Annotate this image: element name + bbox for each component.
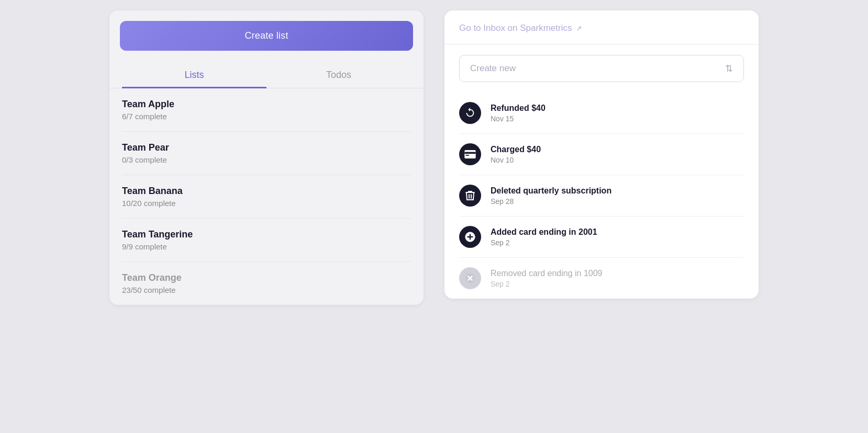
svg-rect-1 xyxy=(464,152,475,154)
activity-date: Sep 2 xyxy=(491,280,744,288)
create-list-button[interactable]: Create list xyxy=(120,21,413,51)
list-item-name: Team Apple xyxy=(122,99,411,110)
activity-item-remove-card: Removed card ending in 1009 Sep 2 xyxy=(459,258,744,299)
list-item[interactable]: Team Banana 10/20 complete xyxy=(122,175,411,219)
list-item-meta: 0/3 complete xyxy=(122,155,411,164)
tabs-container: Lists Todos xyxy=(109,63,424,88)
list-item-name: Team Tangerine xyxy=(122,229,411,240)
list-item-meta: 10/20 complete xyxy=(122,199,411,208)
list-item[interactable]: Team Apple 6/7 complete xyxy=(122,88,411,132)
trash-icon xyxy=(459,185,481,207)
external-link-icon: ↗ xyxy=(576,24,582,32)
activity-content: Deleted quarterly subscription Sep 28 xyxy=(491,186,744,206)
activity-content: Refunded $40 Nov 15 xyxy=(491,104,744,123)
list-item-meta: 23/50 complete xyxy=(122,286,411,294)
refund-icon xyxy=(459,102,481,124)
left-panel: Create list Lists Todos Team Apple 6/7 c… xyxy=(109,10,424,305)
activity-item-add-card: Added card ending in 2001 Sep 2 xyxy=(459,216,744,258)
activity-date: Sep 28 xyxy=(491,197,744,206)
activity-item-delete-sub: Deleted quarterly subscription Sep 28 xyxy=(459,175,744,216)
activity-title: Added card ending in 2001 xyxy=(491,227,744,237)
right-panel: Go to Inbox on Sparkmetrics ↗ Create new… xyxy=(444,10,759,299)
list-items-container: Team Apple 6/7 complete Team Pear 0/3 co… xyxy=(109,88,424,305)
x-circle-icon xyxy=(459,267,481,289)
list-item-name: Team Orange xyxy=(122,272,411,283)
list-item[interactable]: Team Pear 0/3 complete xyxy=(122,132,411,175)
chevron-updown-icon: ⇅ xyxy=(725,63,733,74)
tab-todos[interactable]: Todos xyxy=(266,63,411,88)
activity-title: Deleted quarterly subscription xyxy=(491,186,744,196)
svg-rect-0 xyxy=(464,150,475,158)
list-item-meta: 6/7 complete xyxy=(122,112,411,121)
create-new-select[interactable]: Create new ⇅ xyxy=(459,55,744,82)
list-item-meta: 9/9 complete xyxy=(122,242,411,251)
activity-title: Removed card ending in 1009 xyxy=(491,269,744,278)
main-container: Create list Lists Todos Team Apple 6/7 c… xyxy=(0,0,868,433)
activity-content: Charged $40 Nov 10 xyxy=(491,145,744,164)
activity-title: Charged $40 xyxy=(491,145,744,154)
activity-item-refund: Refunded $40 Nov 15 xyxy=(459,93,744,134)
list-item[interactable]: Team Orange 23/50 complete xyxy=(122,262,411,305)
card-icon xyxy=(459,143,481,165)
list-item-name: Team Pear xyxy=(122,142,411,153)
activity-date: Sep 2 xyxy=(491,238,744,247)
activity-list: Refunded $40 Nov 15 Charged $40 Nov 10 xyxy=(444,93,759,299)
activity-content: Added card ending in 2001 Sep 2 xyxy=(491,227,744,247)
tab-lists[interactable]: Lists xyxy=(122,63,266,88)
activity-item-charge: Charged $40 Nov 10 xyxy=(459,134,744,175)
right-header: Go to Inbox on Sparkmetrics ↗ xyxy=(444,10,759,44)
inbox-link[interactable]: Go to Inbox on Sparkmetrics ↗ xyxy=(459,23,744,33)
activity-content: Removed card ending in 1009 Sep 2 xyxy=(491,269,744,288)
list-item[interactable]: Team Tangerine 9/9 complete xyxy=(122,219,411,262)
activity-title: Refunded $40 xyxy=(491,104,744,113)
activity-date: Nov 15 xyxy=(491,115,744,123)
activity-date: Nov 10 xyxy=(491,156,744,164)
create-new-label: Create new xyxy=(470,63,516,74)
plus-circle-icon xyxy=(459,226,481,248)
svg-rect-2 xyxy=(465,155,469,156)
list-item-name: Team Banana xyxy=(122,186,411,197)
